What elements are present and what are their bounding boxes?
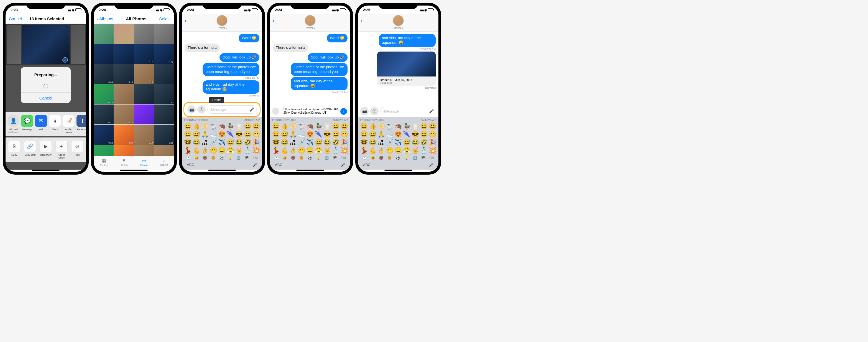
emoji-key[interactable]: 🤘 [323,147,331,154]
emoji-key[interactable]: ✈️ [218,139,226,146]
share-facebook[interactable]: fFacebook [76,115,86,133]
emoji-key[interactable]: 😂 [323,139,331,146]
emoji-key[interactable]: 😀 [272,123,280,130]
back-button[interactable]: ‹ [273,17,275,24]
emoji-key[interactable]: 👍 [193,123,200,130]
emoji-key[interactable]: 😤 [403,147,411,154]
emoji-key[interactable]: 😎 [411,131,419,138]
emoji-grid[interactable]: 😀👍📀🐩🦔🦆🥛😀😃😃😅🙏🛁😍🌂😎😄😁🤓😂🏖💉✈️😅😂🤣🎉💃💪👌😶😑😤🤘🕺💥 [360,122,436,155]
emoji-key[interactable]: 😎 [235,131,243,138]
emoji-key[interactable]: 🙏 [201,131,209,138]
emoji-key[interactable]: 😍 [218,131,226,138]
tab-albums[interactable]: ▭Albums [134,156,154,169]
contact-avatar[interactable] [393,15,404,26]
photo-cell[interactable] [114,44,134,64]
emoji-key[interactable]: 😶 [210,147,217,154]
message-input[interactable]: Paste iMessage 🎤 [207,105,257,114]
photo-cell[interactable] [134,145,154,156]
photo-cell[interactable]: 0:24 [114,125,134,145]
abc-button[interactable]: ABC [187,163,194,167]
emoji-key[interactable]: 😎 [323,131,331,138]
photo-cell[interactable] [94,24,114,44]
photo-cell[interactable] [114,145,134,156]
mic-icon[interactable]: 🎤 [429,109,434,113]
expand-button[interactable]: › [272,107,279,115]
emoji-grid[interactable]: 😀👍📀🐩🦔🦆🥛😀😃😃😅🙏🛁😍🌂😎😄😁🤓😂🏖💉✈️😅😂🤣🎉💃💪👌😶😑😤🤘🕺💥 [272,122,348,155]
emoji-key[interactable]: 💉 [210,139,217,146]
emoji-key[interactable]: 🐩 [386,123,394,130]
emoji-key[interactable]: 💪 [369,147,377,154]
conversation[interactable]: and vids, rad day at the aquarium 😄 Read… [358,32,438,105]
emoji-key[interactable]: 🤓 [184,139,192,146]
emoji-key[interactable]: 😁 [252,131,260,138]
photo-cell[interactable]: 0:14 [134,125,154,145]
emoji-key[interactable]: 🦔 [218,123,226,130]
emoji-key[interactable]: 🤘 [235,147,243,154]
photo-cell[interactable]: 0:18 [134,44,154,64]
emoji-key[interactable]: 😂 [281,139,288,146]
emoji-key[interactable]: 😄 [332,131,340,138]
emoji-key[interactable]: 🤘 [411,147,419,154]
emoji-key[interactable]: 😀 [360,123,368,130]
emoji-key[interactable]: 😀 [332,123,340,130]
home-indicator[interactable] [296,169,324,171]
camera-button[interactable]: 📷 [360,107,369,115]
emoji-key[interactable]: 👌 [289,147,297,154]
emoji-key[interactable]: 💥 [252,147,260,154]
emoji-key[interactable]: 🦆 [315,123,322,130]
photo-cell[interactable]: 0:17 [114,104,134,124]
emoji-key[interactable]: ✈️ [306,139,314,146]
emoji-key[interactable]: 😅 [227,139,235,146]
emoji-key[interactable]: 📀 [289,123,297,130]
share-notes[interactable]: 📝Add to Notes [63,115,75,133]
photo-cell[interactable] [134,84,154,104]
emoji-key[interactable]: 🐩 [298,123,305,130]
emoji-key[interactable]: 🙏 [377,131,385,138]
photo-cell[interactable] [154,104,174,124]
emoji-key[interactable]: 😁 [340,131,348,138]
photo-cell[interactable] [154,24,174,44]
abc-button[interactable]: ABC [275,163,282,167]
emoji-categories[interactable]: 🕐😀🐻🍔⚽💡🔣🏴⌫ [184,155,260,161]
action-copylink[interactable]: 🔗Copy Link [23,140,37,159]
emoji-key[interactable]: 🦆 [227,123,235,130]
photo-grid[interactable]: 0:180:22 0:240:180:12 0:330:10 0:110:17 … [94,24,174,156]
emoji-key[interactable]: 🎉 [340,139,348,146]
photo-cell[interactable]: 0:10 [154,84,174,104]
airdrop-contact[interactable]: 👤 Michael MacBook... [7,115,20,133]
photo-cell[interactable]: 0:36 [154,125,174,145]
home-indicator[interactable] [32,169,60,171]
emoji-key[interactable]: 😂 [369,139,377,146]
message-input[interactable]: https://www.icloud.com/photos/0ZCRzu6Rg2… [281,107,348,115]
emoji-key[interactable]: 💃 [360,147,368,154]
abc-button[interactable]: ABC [363,163,371,167]
emoji-key[interactable]: 🦔 [306,123,314,130]
contact-avatar[interactable] [305,15,316,26]
tab-search[interactable]: ⌕Search [154,156,174,169]
action-copy[interactable]: ⎘Copy [7,140,21,159]
emoji-key[interactable]: 🌂 [227,131,235,138]
photo-cell[interactable] [154,64,174,84]
photo-cell[interactable] [154,145,174,156]
emoji-key[interactable]: 🎉 [429,139,436,146]
emoji-key[interactable]: 😤 [315,147,322,154]
tab-photos[interactable]: ▦Photos [94,156,114,169]
dictate-button[interactable]: 🎤 [341,163,345,167]
conversation[interactable]: Werd 😳 There's a formula Cool, will look… [270,32,350,105]
emoji-key[interactable]: 😃 [360,131,368,138]
emoji-categories[interactable]: 🕐😀🐻🍔⚽💡🔣🏴⌫ [272,155,348,161]
emoji-key[interactable]: 💪 [281,147,288,154]
photo-cell[interactable] [114,24,134,44]
back-button[interactable]: ‹ [361,17,363,24]
emoji-key[interactable]: 😄 [244,131,251,138]
modal-cancel-button[interactable]: Cancel [21,92,71,103]
emoji-key[interactable]: 🏖 [289,139,297,146]
contact-name[interactable]: Trevor › [270,27,350,30]
emoji-key[interactable]: 😂 [411,139,419,146]
share-message[interactable]: 💬Message [21,115,33,133]
emoji-key[interactable]: 😃 [184,131,192,138]
emoji-key[interactable]: 📀 [201,123,209,130]
emoji-key[interactable]: 🕺 [244,147,251,154]
emoji-key[interactable]: 🎉 [252,139,260,146]
emoji-key[interactable]: 🥛 [235,123,243,130]
